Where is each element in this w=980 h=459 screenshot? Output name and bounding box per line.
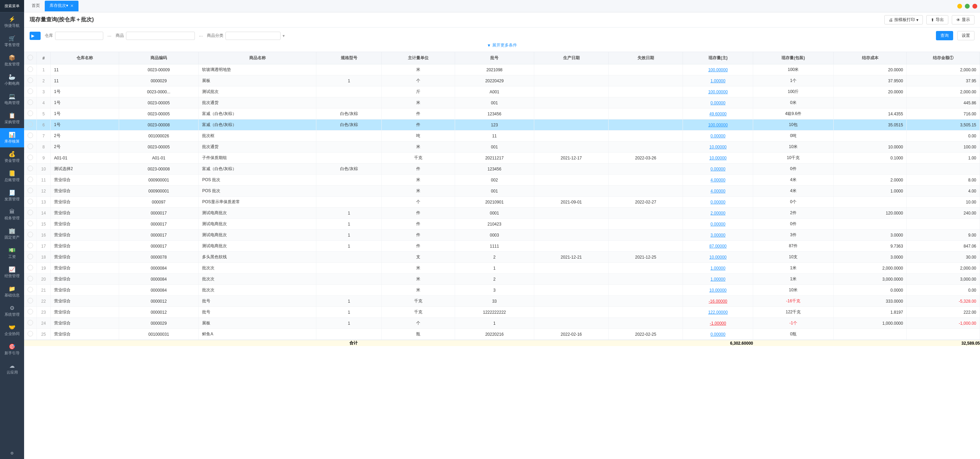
goods-category-dropdown-icon[interactable]: ▾	[283, 33, 285, 38]
sidebar-item-retail[interactable]: 🛒 零售管理	[0, 32, 24, 51]
table-row[interactable]: 19 营业综合 0000084 批次次 米 1 1.00000 1米 2,000…	[24, 263, 980, 274]
row-checkbox[interactable]	[24, 208, 37, 219]
row-checkbox[interactable]	[24, 108, 37, 120]
row-checkbox[interactable]	[24, 252, 37, 263]
row-checkbox[interactable]	[24, 86, 37, 97]
row-qty-main[interactable]: 0.00000	[683, 197, 753, 208]
close-button[interactable]	[972, 4, 977, 9]
row-qty-main[interactable]: 4.00000	[683, 175, 753, 186]
row-qty-main[interactable]: 2.00000	[683, 208, 753, 219]
row-select-checkbox[interactable]	[27, 287, 33, 292]
row-checkbox[interactable]	[24, 97, 37, 108]
table-row[interactable]: 1 11 0023-00009 软玻璃透明地垫 米 2021098 100.00…	[24, 64, 980, 75]
row-select-checkbox[interactable]	[27, 210, 33, 215]
export-button[interactable]: ⬆ 导出	[926, 15, 948, 24]
sidebar-settings[interactable]: ⚙	[0, 448, 24, 459]
row-select-checkbox[interactable]	[27, 199, 33, 204]
row-qty-main[interactable]: 49.60000	[683, 108, 753, 120]
row-qty-main[interactable]: 10.00000	[683, 153, 753, 164]
row-checkbox[interactable]	[24, 274, 37, 285]
row-qty-main[interactable]: 0.00000	[683, 131, 753, 142]
table-row[interactable]: 24 营业综合 0000029 展板 1 个 1 -1.00000 -1个 1,…	[24, 318, 980, 329]
maximize-button[interactable]	[965, 4, 970, 9]
table-row[interactable]: 14 营业综合 0000017 测试电商批次 1 件 0001 2.00000 …	[24, 208, 980, 219]
table-row[interactable]: 7 2号 001000026 批次框 吨 11 0.00000 0吨 0.00	[24, 131, 980, 142]
settings-btn[interactable]: 设置	[957, 31, 975, 40]
row-select-checkbox[interactable]	[27, 188, 33, 193]
sidebar-logo[interactable]: 搜索菜单	[0, 0, 24, 13]
sidebar-item-collab[interactable]: 🤝 企业协同	[0, 320, 24, 340]
table-row[interactable]: 21 营业综合 0000084 批次次 米 3 10.00000 10米 0.0…	[24, 285, 980, 296]
table-container[interactable]: # 仓库名称 商品编码 商品名称 规格型号 主计量单位 批号 生产日期 失效日期…	[24, 52, 980, 459]
row-checkbox[interactable]	[24, 75, 37, 86]
expand-conditions-button[interactable]: ▼ 展开更多条件	[487, 42, 517, 48]
table-row[interactable]: 6 1号 0023-00008 富减（白色/灰棕） 白色/灰棕 件 123 10…	[24, 120, 980, 131]
sidebar-item-operations[interactable]: 📈 经营管理	[0, 263, 24, 282]
row-select-checkbox[interactable]	[27, 155, 33, 160]
table-row[interactable]: 5 1号 0023-00005 富减（白色/灰棕） 白色/灰棕 件 123456…	[24, 108, 980, 120]
row-qty-main[interactable]: 100.00000	[683, 120, 753, 131]
row-checkbox[interactable]	[24, 175, 37, 186]
goods-dots[interactable]: ···	[199, 33, 203, 38]
row-checkbox[interactable]	[24, 230, 37, 241]
row-select-checkbox[interactable]	[27, 67, 33, 72]
goods-input[interactable]	[126, 32, 195, 40]
row-qty-main[interactable]: 3.00000	[683, 230, 753, 241]
sidebar-item-cloud[interactable]: ☁ 云应用	[0, 359, 24, 378]
row-qty-main[interactable]: 4.00000	[683, 186, 753, 197]
row-checkbox[interactable]	[24, 164, 37, 175]
sidebar-item-finance[interactable]: 💰 资金管理	[0, 147, 24, 167]
row-select-checkbox[interactable]	[27, 298, 33, 303]
sidebar-item-inventory[interactable]: 📊 库存核算	[0, 128, 24, 147]
row-select-checkbox[interactable]	[27, 243, 33, 248]
row-select-checkbox[interactable]	[27, 331, 33, 336]
table-row[interactable]: 8 2号 0023-00005 批次通货 米 001 10.00000 10米 …	[24, 142, 980, 153]
row-checkbox[interactable]	[24, 318, 37, 329]
sidebar-item-purchase[interactable]: 📋 采购管理	[0, 109, 24, 128]
goods-category-input[interactable]	[226, 32, 280, 40]
row-checkbox[interactable]	[24, 186, 37, 197]
row-qty-main[interactable]: 100.00000	[683, 64, 753, 75]
tab-home[interactable]: 首页	[27, 1, 45, 11]
table-row[interactable]: 10 测试选择2 0023-00008 富减（白色/灰棕） 白色/灰棕 件 12…	[24, 164, 980, 175]
row-select-checkbox[interactable]	[27, 254, 33, 259]
select-all-checkbox[interactable]	[27, 55, 33, 60]
row-select-checkbox[interactable]	[27, 143, 33, 149]
table-row[interactable]: 4 1号 0023-00005 批次通货 米 001 0.00000 0米 44…	[24, 97, 980, 108]
row-select-checkbox[interactable]	[27, 78, 33, 83]
table-row[interactable]: 2 11 0000029 展板 1 个 20220429 1.00000 1个 …	[24, 75, 980, 86]
table-row[interactable]: 18 营业综合 0000078 多头黑色软线 支 2 2021-12-21 20…	[24, 252, 980, 263]
row-checkbox[interactable]	[24, 153, 37, 164]
tab-inventory-batch[interactable]: 库存批次▾ ✕	[45, 1, 78, 11]
row-qty-main[interactable]: -1.00000	[683, 318, 753, 329]
table-row[interactable]: 12 营业综合 000900001 POS 批次 米 001 4.00000 4…	[24, 186, 980, 197]
row-select-checkbox[interactable]	[27, 232, 33, 237]
row-qty-main[interactable]: 10.00000	[683, 142, 753, 153]
row-select-checkbox[interactable]	[27, 121, 33, 127]
sidebar-item-base-info[interactable]: 📁 基础信息	[0, 282, 24, 301]
sidebar-item-guide[interactable]: 🎯 新手引导	[0, 340, 24, 359]
row-checkbox[interactable]	[24, 285, 37, 296]
minimize-button[interactable]	[957, 4, 962, 9]
warehouse-dots[interactable]: ···	[107, 33, 111, 38]
row-qty-main[interactable]: 1.00000	[683, 263, 753, 274]
row-select-checkbox[interactable]	[27, 166, 33, 171]
row-qty-main[interactable]: 0.00000	[683, 219, 753, 230]
table-row[interactable]: 25 营业综合 001000031 鲜鱼A 瓶 20220216 2022-02…	[24, 329, 980, 340]
th-checkbox[interactable]	[24, 52, 37, 64]
sidebar-item-tax[interactable]: 🏛 税务管理	[0, 205, 24, 224]
row-checkbox[interactable]	[24, 197, 37, 208]
print-button[interactable]: 🖨 按模板打印 ▾	[884, 15, 923, 24]
row-qty-main[interactable]: 10.00000	[683, 285, 753, 296]
sidebar-item-ecommerce-small[interactable]: 🦢 小鹅电商	[0, 70, 24, 89]
sidebar-item-fixed-assets[interactable]: 🏢 固定资产	[0, 224, 24, 244]
row-qty-main[interactable]: 1.00000	[683, 274, 753, 285]
table-row[interactable]: 16 营业综合 0000017 测试电商批次 1 件 0003 3.00000 …	[24, 230, 980, 241]
warehouse-input[interactable]	[55, 32, 103, 40]
row-select-checkbox[interactable]	[27, 177, 33, 182]
expand-filter-button[interactable]: ▶	[30, 32, 41, 40]
row-checkbox[interactable]	[24, 219, 37, 230]
sidebar-item-quick-nav[interactable]: ⚡ 快捷导航	[0, 13, 24, 32]
table-row[interactable]: 22 营业综合 0000012 批号 1 千克 33 -16.00000 -16…	[24, 296, 980, 307]
table-row[interactable]: 20 营业综合 0000084 批次次 米 2 1.00000 1米 3,000…	[24, 274, 980, 285]
